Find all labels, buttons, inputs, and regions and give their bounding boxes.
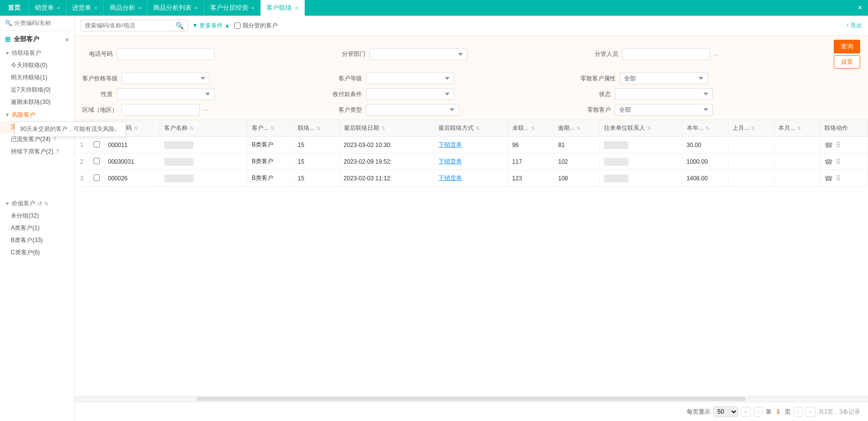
th-name[interactable]: 客户名称⇅: [160, 120, 248, 137]
sort-overdue-icon[interactable]: ⇅: [577, 125, 580, 131]
sidebar-item-class-c[interactable]: C类客户(6): [0, 247, 74, 259]
sort-contact-icon[interactable]: ⇅: [316, 125, 320, 131]
sidebar-item-today[interactable]: 今天待联络(0): [0, 59, 74, 72]
sort-lmonth-icon[interactable]: ⇅: [751, 125, 755, 131]
close-tab-analysis[interactable]: ×: [138, 5, 141, 11]
th-type[interactable]: 客户...⇅: [247, 120, 293, 137]
row-contact: 15: [293, 137, 339, 153]
phone-input[interactable]: [117, 49, 215, 60]
tab-customer-tier[interactable]: 客户分层经营 ×: [204, 0, 261, 16]
th-unit-contact[interactable]: 往来单位联系人⇅: [600, 120, 682, 137]
th-no-contact[interactable]: 未联...⇅: [508, 120, 554, 137]
th-this-year[interactable]: 本年...⇅: [682, 120, 728, 137]
th-contact[interactable]: 联络...⇅: [293, 120, 339, 137]
sort-year-icon[interactable]: ⇅: [705, 125, 709, 131]
row-name: name: [160, 170, 248, 187]
more-icon[interactable]: ⠿: [836, 141, 841, 149]
sort-name-icon[interactable]: ⇅: [190, 125, 193, 131]
nature-select[interactable]: [117, 88, 215, 100]
arrow-down-icon-value: ▼: [5, 201, 10, 206]
sidebar-item-class-a[interactable]: A类客户(1): [0, 222, 74, 234]
retail-select[interactable]: 全部: [615, 104, 713, 116]
close-tab-analysis-list[interactable]: ×: [194, 5, 197, 11]
th-last-month[interactable]: 上月...⇅: [728, 120, 774, 137]
phone-icon[interactable]: ☎: [824, 158, 833, 166]
manager-more-btn[interactable]: ···: [710, 50, 722, 58]
search-input[interactable]: [85, 22, 175, 29]
sidebar-item-7days[interactable]: 近7天待联络(0): [0, 84, 74, 96]
scrollbar-thumb[interactable]: [197, 397, 746, 401]
close-tab-customer-tier[interactable]: ×: [251, 5, 254, 11]
th-this-month[interactable]: 本月...⇅: [774, 120, 820, 137]
sort-date-icon[interactable]: ⇅: [381, 125, 385, 131]
sidebar-all-customers[interactable]: ⊞ 全部客户 «: [0, 31, 74, 47]
retail-attr-select[interactable]: 全部: [620, 73, 708, 84]
row-last-way: 下销货单: [434, 153, 508, 170]
payment-select[interactable]: [366, 88, 454, 100]
search-btn[interactable]: 🔍: [175, 22, 184, 29]
filter-nature: 性质: [82, 88, 320, 100]
area-more-btn[interactable]: ···: [200, 106, 212, 114]
last-page-btn[interactable]: »: [805, 407, 816, 417]
phone-icon[interactable]: ☎: [824, 141, 833, 149]
prev-page-btn[interactable]: ‹: [754, 407, 763, 417]
sidebar-group-pending[interactable]: ▼ 待联络客户: [0, 47, 74, 59]
area-input[interactable]: [121, 104, 200, 116]
sort-way-icon[interactable]: ⇅: [476, 125, 480, 131]
first-page-btn[interactable]: «: [741, 407, 751, 417]
manager-input[interactable]: [622, 49, 710, 60]
tab-home[interactable]: 首页: [0, 0, 29, 16]
th-overdue[interactable]: 逾期...⇅: [554, 120, 600, 137]
sort-code-icon[interactable]: ⇅: [134, 125, 138, 131]
row-no-contact: 123: [508, 170, 554, 187]
th-last-way[interactable]: 最后联络方式⇅: [434, 120, 508, 137]
next-page-btn[interactable]: ›: [794, 407, 802, 417]
tab-purchase[interactable]: 进货单 ×: [66, 0, 103, 16]
sidebar-group-value[interactable]: ▼ 价值客户 ↺ ✎: [0, 197, 74, 210]
sort-type-icon[interactable]: ⇅: [270, 125, 274, 131]
row-last-way: 下销货单: [434, 137, 508, 153]
sort-unit-icon[interactable]: ⇅: [647, 125, 651, 131]
app-close-btn[interactable]: ×: [852, 3, 868, 12]
sidebar-item-tomorrow[interactable]: 明天待联络(1): [0, 72, 74, 84]
more-icon[interactable]: ⠿: [836, 174, 841, 182]
sidebar-item-ungrouped[interactable]: 未分组(32): [0, 210, 74, 222]
refresh-icon[interactable]: ↺: [37, 200, 42, 207]
sidebar-item-overdue[interactable]: 逾期未联络(30): [0, 96, 74, 108]
phone-icon[interactable]: ☎: [824, 174, 833, 182]
page-size-select[interactable]: 50 100: [713, 406, 738, 417]
close-tab-sales[interactable]: ×: [57, 5, 60, 11]
edit-icon[interactable]: ✎: [44, 200, 49, 207]
price-tier-select[interactable]: [121, 73, 210, 84]
sidebar-item-declining[interactable]: 持续下滑客户(2) ?: [0, 146, 74, 158]
row-type: B类客户: [247, 153, 293, 170]
more-icon[interactable]: ⠿: [836, 158, 841, 166]
tab-analysis[interactable]: 商品分析 ×: [104, 0, 147, 16]
tab-customer-contact[interactable]: 客户联络 ×: [261, 0, 304, 16]
sort-no-contact-icon[interactable]: ⇅: [531, 125, 535, 131]
query-button[interactable]: 查询: [834, 40, 860, 53]
sidebar-group-risk[interactable]: ▼ 风险客户: [0, 108, 74, 121]
th-last-date[interactable]: 最后联络日期⇅: [339, 120, 434, 137]
close-tab-customer-contact[interactable]: ×: [295, 5, 298, 11]
close-tab-purchase[interactable]: ×: [94, 5, 97, 11]
dept-select[interactable]: [369, 49, 467, 60]
row-contact: 15: [293, 153, 339, 170]
customer-type-select[interactable]: [366, 104, 459, 116]
export-btn[interactable]: ↑ 导出: [846, 22, 862, 30]
sidebar-collapse-btn[interactable]: «: [65, 35, 69, 43]
sidebar-item-class-b[interactable]: B类客户(33): [0, 234, 74, 247]
more-filter-btn[interactable]: ▼ 更多条件 ▲: [192, 22, 230, 30]
tab-analysis-list[interactable]: 商品分析列表 ×: [147, 0, 204, 16]
row-name: name: [160, 137, 248, 153]
status-select[interactable]: [615, 88, 713, 100]
filter-panel: 电话号码 分管部门 分管人员 ··· 查询 设置: [74, 36, 868, 120]
horizontal-scrollbar[interactable]: [74, 396, 868, 402]
customer-tier-select[interactable]: [366, 73, 454, 84]
my-customers-checkbox[interactable]: [234, 23, 241, 29]
sort-tmonth-icon[interactable]: ⇅: [797, 125, 801, 131]
row-overdue: 102: [554, 153, 600, 170]
tab-sales[interactable]: 销货单 ×: [29, 0, 66, 16]
sidebar-search-input[interactable]: [14, 20, 69, 26]
settings-button[interactable]: 设置: [834, 55, 860, 69]
